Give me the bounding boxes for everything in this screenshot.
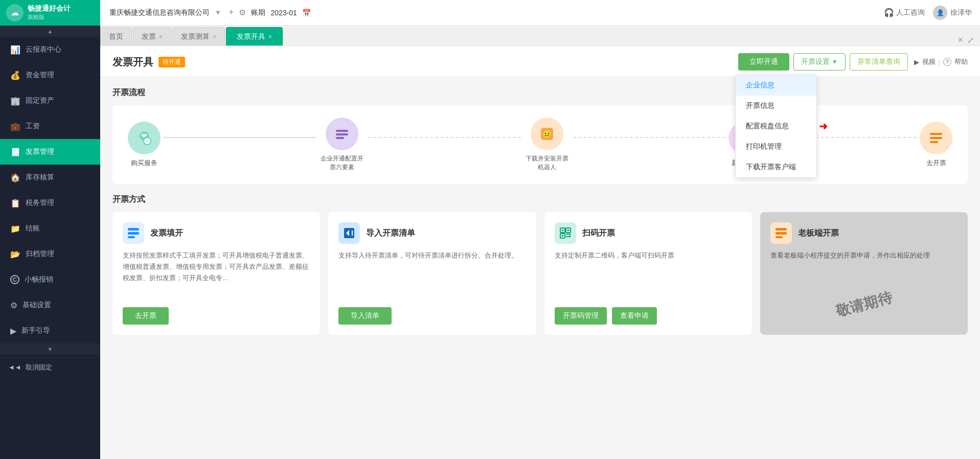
tab-invoice-open[interactable]: 发票开具 × <box>226 27 283 45</box>
connector-1 <box>164 137 316 138</box>
sidebar-item-label: 发票管理 <box>26 147 54 156</box>
sidebar-scroll-up[interactable]: ▲ <box>0 26 100 37</box>
help-links[interactable]: ▶ 视频 | ? 帮助 <box>914 57 968 66</box>
sidebar-item-invoice-mgmt[interactable]: 🧾 发票管理 <box>0 139 100 165</box>
scan-invoice-desc: 支持定制开票二维码，客户端可扫码开票 <box>555 250 742 261</box>
dropdown-item-invoice-info[interactable]: 开票信息 <box>736 96 816 116</box>
svg-rect-18 <box>128 236 135 238</box>
cloud-report-icon: 📊 <box>10 45 20 55</box>
scan-invoice-code-button[interactable]: 开票码管理 <box>555 307 607 325</box>
dropdown-item-download-client[interactable]: 下载开票客户端 <box>736 157 816 177</box>
page-title-area: 发票开具 待开通 <box>112 55 185 69</box>
method-header-import: 导入开票清单 <box>338 222 526 244</box>
sidebar-item-label: 固定资产 <box>26 96 54 105</box>
tab-home[interactable]: 首页 <box>100 27 132 45</box>
settings-chevron-icon: ▼ <box>832 58 838 65</box>
add-company-icon[interactable]: + <box>229 7 234 18</box>
svg-rect-30 <box>569 234 571 237</box>
sidebar-item-label: 归档管理 <box>26 249 54 259</box>
window-close-icon[interactable]: × <box>958 35 963 45</box>
new-guide-icon: ▶ <box>10 326 16 336</box>
import-list-title: 导入开票清单 <box>366 228 415 239</box>
calendar-icon[interactable]: 📅 <box>302 9 311 17</box>
import-list-button[interactable]: 导入清单 <box>338 307 392 325</box>
step-download-install-label: 下载并安装开票机器人 <box>524 154 570 172</box>
tab-invoice-open-label: 发票开具 <box>237 32 265 41</box>
method-header-boss: 老板端开票 <box>770 222 958 244</box>
activate-button[interactable]: 立即开通 <box>738 53 789 71</box>
svg-rect-4 <box>336 130 348 132</box>
step-download-install: 😐 下载并安装开票机器人 <box>524 118 570 172</box>
sidebar-item-cloud-report[interactable]: 📊 云报表中心 <box>0 37 100 62</box>
sidebar-item-fund-mgmt[interactable]: 💰 资金管理 <box>0 62 100 88</box>
settings-button[interactable]: 开票设置 ▼ <box>793 53 846 71</box>
step-go-invoice-icon <box>920 122 952 154</box>
svg-text:😐: 😐 <box>542 129 552 139</box>
cancel-fixed-icon: ◄◄ <box>8 363 21 371</box>
scan-invoice-view-button[interactable]: 查看申请 <box>612 307 657 325</box>
logo-area: ☁ 畅捷通好会计 旗舰版 <box>0 0 100 26</box>
methods-section-title: 开票方式 <box>112 194 968 205</box>
help-icon: ? <box>943 58 951 66</box>
step-config-company-icon <box>326 118 358 150</box>
tab-invoice-calc-label: 发票测算 <box>181 32 210 41</box>
sidebar-item-new-guide[interactable]: ▶ 新手引导 <box>0 318 100 343</box>
sidebar-item-fixed-assets[interactable]: 🏢 固定资产 <box>0 88 100 113</box>
step-go-invoice-label: 去开票 <box>926 158 946 168</box>
method-header-fill: 发票填开 <box>123 222 310 244</box>
sidebar-item-label: 小畅报销 <box>25 275 53 284</box>
dropdown-item-company-info[interactable]: 企业信息 ➜ <box>736 75 816 96</box>
svg-rect-25 <box>562 230 563 231</box>
sidebar-item-label: 云报表中心 <box>26 45 61 54</box>
sidebar-item-label: 结账 <box>26 224 40 233</box>
invoice-mgmt-icon: 🧾 <box>10 147 20 157</box>
fill-invoice-button[interactable]: 去开票 <box>123 307 169 325</box>
tab-invoice-close[interactable]: × <box>159 33 163 40</box>
svg-rect-17 <box>128 232 139 235</box>
abnormal-button[interactable]: 异常清单查询 <box>850 53 908 71</box>
scan-invoice-buttons: 开票码管理 查看申请 <box>555 307 657 325</box>
sidebar-item-salary[interactable]: 💼 工资 <box>0 113 100 139</box>
user-name: 徐泽华 <box>950 8 972 17</box>
connector-2 <box>368 137 520 138</box>
user-info[interactable]: 👤 徐泽华 <box>933 6 972 20</box>
svg-rect-5 <box>336 133 348 135</box>
support-link[interactable]: 🎧 人工咨询 <box>884 8 925 17</box>
sidebar-item-archive-mgmt[interactable]: 📂 归档管理 <box>0 241 100 267</box>
dropdown-item-tax-config[interactable]: 配置税盘信息 <box>736 116 816 136</box>
sidebar-item-label: 税务管理 <box>26 198 54 208</box>
sidebar-item-tax-mgmt[interactable]: 📋 税务管理 <box>0 190 100 216</box>
settings-button-label: 开票设置 <box>801 57 830 66</box>
sidebar-item-label: 新手引导 <box>21 326 50 335</box>
tab-invoice-calc[interactable]: 发票测算 × <box>172 27 225 45</box>
settings-icon[interactable]: ⚙ <box>239 8 246 17</box>
tab-home-label: 首页 <box>109 32 123 41</box>
dropdown-invoice-info-label: 开票信息 <box>746 101 774 109</box>
right-panel: 首页 发票 × 发票测算 × 发票开具 × × ⤢ 发票开具 待开通 <box>100 26 980 459</box>
method-card-fill-invoice: 发票填开 支持按照发票样式手工填开发票；可开具增值税电子普通发票、增值税普通发票… <box>112 212 320 335</box>
sidebar-item-xiaochang[interactable]: C 小畅报销 <box>0 267 100 292</box>
tab-invoice[interactable]: 发票 × <box>133 27 171 45</box>
sidebar-bottom-label: 取消固定 <box>26 363 52 372</box>
sidebar-item-basic-settings[interactable]: ⚙ 基础设置 <box>0 292 100 318</box>
sidebar-scroll-down[interactable]: ▼ <box>0 343 100 355</box>
svg-text:+: + <box>146 139 149 144</box>
company-name: 重庆畅捷交通信息咨询有限公司 <box>109 8 210 17</box>
fill-invoice-desc: 支持按照发票样式手工填开发票；可开具增值税电子普通发票、增值税普通发票、增值税专… <box>123 250 310 284</box>
settings-dropdown: 企业信息 ➜ 开票信息 配置税盘信息 打印机管理 下载开票客户端 <box>735 75 817 178</box>
sidebar-cancel-fixed[interactable]: ◄◄ 取消固定 <box>0 357 100 377</box>
sidebar-item-inventory[interactable]: 🏠 库存核算 <box>0 165 100 190</box>
import-list-icon <box>338 222 360 244</box>
tab-invoice-open-close[interactable]: × <box>268 33 272 40</box>
tab-invoice-label: 发票 <box>142 32 156 41</box>
tab-invoice-calc-close[interactable]: × <box>213 33 216 40</box>
company-dropdown-icon[interactable]: ▼ <box>215 9 221 16</box>
process-section: 开票流程 ❤+ 购买服务 <box>112 87 968 184</box>
sidebar-item-settlement[interactable]: 📁 结账 <box>0 216 100 241</box>
dropdown-item-printer-mgmt[interactable]: 打印机管理 <box>736 136 816 157</box>
svg-rect-32 <box>776 232 787 235</box>
boss-invoice-icon <box>770 222 792 244</box>
window-maximize-icon[interactable]: ⤢ <box>967 35 974 45</box>
dropdown-tax-config-label: 配置税盘信息 <box>746 122 789 130</box>
scan-invoice-title: 扫码开票 <box>582 228 615 239</box>
